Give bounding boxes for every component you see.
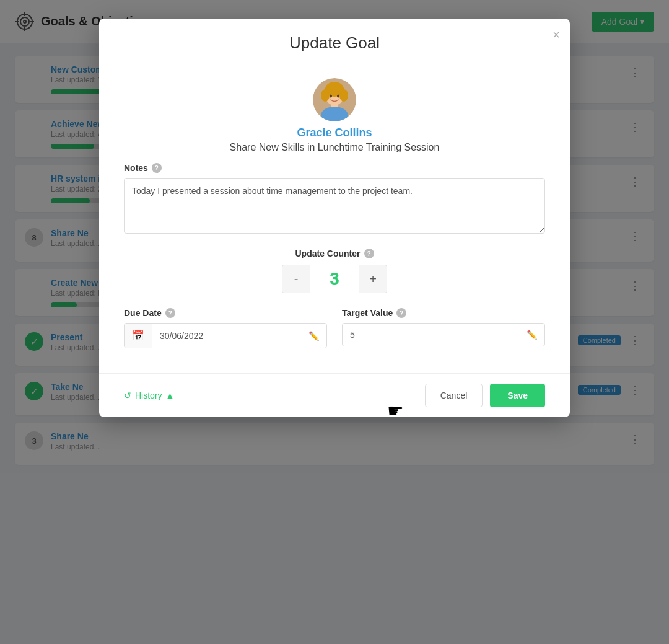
modal-footer: ↺ History ▲ Cancel Save — [99, 373, 570, 417]
modal-title: Update Goal — [114, 33, 555, 53]
due-date-field: 📅 ✏️ — [124, 323, 327, 348]
history-link[interactable]: ↺ History ▲ — [124, 390, 174, 400]
counter-help-icon[interactable]: ? — [364, 249, 374, 258]
modal-body: Gracie Collins Share New Skills in Lunch… — [99, 63, 570, 373]
avatar — [313, 78, 356, 121]
counter-increment-button[interactable]: + — [359, 265, 387, 293]
target-value-label: Target Value ? — [342, 308, 545, 318]
notes-label: Notes ? — [124, 163, 545, 173]
avatar-image — [313, 78, 356, 121]
due-date-input[interactable] — [152, 325, 301, 347]
due-date-help-icon[interactable]: ? — [165, 308, 175, 318]
modal-overlay: Update Goal × — [0, 0, 669, 644]
user-name: Gracie Collins — [297, 126, 372, 139]
notes-help-icon[interactable]: ? — [152, 163, 162, 173]
calendar-icon: 📅 — [125, 324, 152, 348]
footer-actions: Cancel Save — [425, 384, 545, 407]
close-button[interactable]: × — [553, 29, 560, 41]
svg-point-11 — [321, 89, 330, 102]
counter-controls: - 3 + — [282, 265, 387, 293]
date-target-row: Due Date ? 📅 ✏️ Target Value ? — [124, 308, 545, 348]
svg-point-16 — [337, 95, 339, 98]
counter-label: Update Counter ? — [295, 249, 374, 258]
counter-decrement-button[interactable]: - — [282, 265, 310, 293]
save-button[interactable]: Save — [490, 384, 545, 407]
target-value-section: Target Value ? ✏️ — [342, 308, 545, 348]
counter-display: 3 — [310, 265, 359, 293]
due-date-edit-icon[interactable]: ✏️ — [301, 325, 326, 347]
target-edit-icon[interactable]: ✏️ — [519, 324, 544, 346]
update-goal-modal: Update Goal × — [99, 19, 570, 417]
svg-point-12 — [339, 89, 348, 102]
notes-textarea[interactable]: Today I presented a session about time m… — [124, 178, 545, 234]
modal-header: Update Goal × — [99, 19, 570, 63]
target-value-field: ✏️ — [342, 323, 545, 346]
user-section: Gracie Collins Share New Skills in Lunch… — [124, 78, 545, 153]
due-date-section: Due Date ? 📅 ✏️ — [124, 308, 327, 348]
counter-section: Update Counter ? - 3 + — [124, 249, 545, 293]
target-value-input[interactable] — [343, 324, 519, 346]
svg-point-15 — [330, 95, 332, 98]
cancel-button[interactable]: Cancel — [425, 384, 483, 407]
due-date-label: Due Date ? — [124, 308, 327, 318]
chevron-up-icon: ▲ — [166, 390, 175, 400]
goal-title: Share New Skills in Lunchtime Training S… — [230, 142, 440, 153]
notes-section: Notes ? Today I presented a session abou… — [124, 163, 545, 236]
target-help-icon[interactable]: ? — [396, 308, 406, 318]
history-icon: ↺ — [124, 390, 131, 400]
